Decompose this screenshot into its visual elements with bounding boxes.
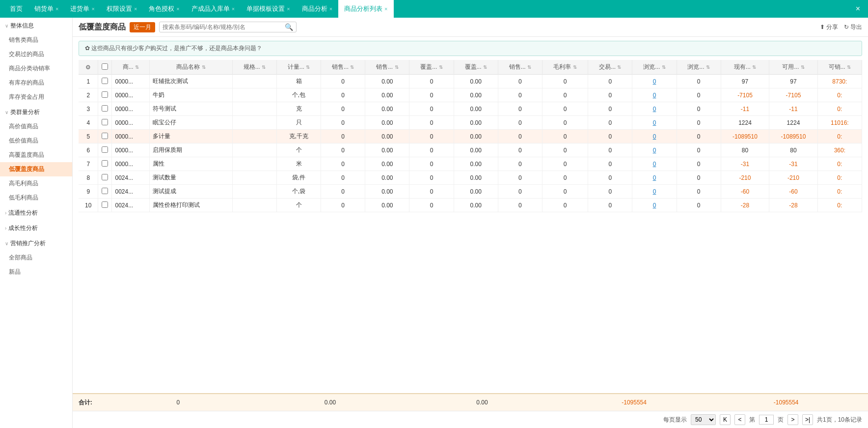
nav-permission-settings-close[interactable]: × — [134, 6, 137, 12]
row-checkbox[interactable] — [102, 188, 108, 194]
export-button[interactable]: ↻ 导出 — [844, 23, 862, 31]
col-trade[interactable]: 交易... ⇅ — [588, 60, 632, 75]
row-browse1[interactable]: 0 — [632, 143, 677, 157]
sidebar-section-marketing-analysis[interactable]: ∨ 营销推广分析 — [0, 235, 72, 251]
row-browse1[interactable]: 0 — [632, 157, 677, 171]
nav-home[interactable]: 首页 — [4, 0, 28, 18]
nav-product-analysis-close[interactable]: × — [329, 6, 332, 12]
col-coverage1[interactable]: 覆盖... ⇅ — [409, 60, 454, 75]
row-gross: 0 — [542, 102, 588, 116]
nav-template-settings[interactable]: 单据模板设置 × — [241, 0, 296, 18]
row-checkbox[interactable] — [102, 91, 108, 98]
sidebar-section-overall[interactable]: ∨ 整体信息 — [0, 18, 72, 33]
col-settings[interactable]: ⚙ — [79, 60, 98, 75]
row-browse1[interactable]: 0 — [632, 75, 677, 88]
nav-product-analysis-list-close[interactable]: × — [384, 6, 387, 12]
sidebar-item-high-value[interactable]: 高价值商品 — [0, 119, 72, 134]
row-browse1[interactable]: 0 — [632, 199, 677, 212]
sidebar-section-group-analysis[interactable]: ∨ 类群量分析 — [0, 104, 72, 119]
first-page-button[interactable]: K — [720, 414, 731, 425]
row-sales-count: 0 — [321, 171, 365, 185]
sidebar-item-stock-funds[interactable]: 库存资金占用 — [0, 90, 72, 104]
row-name: 测试提成 — [150, 185, 232, 199]
search-input[interactable] — [163, 24, 285, 30]
row-browse2: 0 — [677, 102, 721, 116]
nav-sales-order-close[interactable]: × — [55, 6, 58, 12]
sidebar-item-low-coverage[interactable]: 低覆盖度商品 — [0, 162, 72, 176]
nav-product-analysis[interactable]: 商品分析 × — [296, 0, 338, 18]
row-checkbox[interactable] — [102, 160, 108, 167]
table-container[interactable]: ⚙ 商... ⇅ 商品名称 ⇅ 规格... ⇅ 计量... ⇅ 销售... ⇅ … — [73, 60, 868, 393]
col-code[interactable]: 商... ⇅ — [112, 60, 150, 75]
row-num: 1 — [79, 75, 98, 88]
row-unit: 袋,件 — [276, 171, 321, 185]
sidebar-item-new-goods[interactable]: 新品 — [0, 265, 72, 279]
current-page-input[interactable] — [759, 415, 774, 425]
col-gross-rate[interactable]: 毛利率 ⇅ — [542, 60, 588, 75]
sidebar-item-low-margin[interactable]: 低毛利商品 — [0, 191, 72, 205]
row-checkbox[interactable] — [102, 119, 108, 125]
col-checkbox[interactable] — [98, 60, 112, 75]
row-current: 97 — [721, 75, 769, 88]
col-unit[interactable]: 计量... ⇅ — [276, 60, 321, 75]
next-page-button[interactable]: > — [787, 414, 798, 425]
nav-role-auth[interactable]: 角色授权 × — [143, 0, 185, 18]
col-browse1[interactable]: 浏览... ⇅ — [632, 60, 677, 75]
sidebar-item-all-goods[interactable]: 全部商品 — [0, 251, 72, 265]
per-page-select[interactable]: 10 20 50 100 — [691, 414, 716, 425]
row-browse1[interactable]: 0 — [632, 102, 677, 116]
sidebar-item-low-value[interactable]: 低价值商品 — [0, 134, 72, 148]
prev-page-button[interactable]: < — [734, 414, 745, 425]
sidebar-item-high-margin[interactable]: 高毛利商品 — [0, 176, 72, 191]
search-icon[interactable]: 🔍 — [285, 23, 293, 31]
sidebar-item-traded-goods[interactable]: 交易过的商品 — [0, 47, 72, 61]
select-all-checkbox[interactable] — [102, 63, 108, 70]
nav-purchase-order-close[interactable]: × — [91, 6, 94, 12]
nav-role-auth-close[interactable]: × — [176, 6, 179, 12]
share-button[interactable]: ⬆ 分享 — [820, 23, 838, 31]
nav-sales-order[interactable]: 销货单 × — [28, 0, 64, 18]
row-browse1[interactable]: 0 — [632, 88, 677, 102]
nav-purchase-order[interactable]: 进货单 × — [64, 0, 100, 18]
row-num: 10 — [79, 199, 98, 212]
col-sales-count[interactable]: 销售... ⇅ — [321, 60, 365, 75]
sidebar-item-sales-goods[interactable]: 销售类商品 — [0, 33, 72, 47]
row-checkbox[interactable] — [102, 105, 108, 112]
row-checkbox[interactable] — [102, 133, 108, 139]
col-coverage2[interactable]: 覆盖... ⇅ — [454, 60, 498, 75]
row-browse1[interactable]: 0 — [632, 171, 677, 185]
col-browse2[interactable]: 浏览... ⇅ — [677, 60, 721, 75]
col-sales3[interactable]: 销售... ⇅ — [498, 60, 542, 75]
row-saleable: 0: — [817, 157, 862, 171]
date-filter-button[interactable]: 近一月 — [130, 22, 155, 32]
row-trade: 0 — [588, 185, 632, 199]
row-browse1[interactable]: 0 — [632, 185, 677, 199]
nav-product-entry-close[interactable]: × — [232, 6, 235, 12]
row-unit: 克,千克 — [276, 130, 321, 143]
row-checkbox[interactable] — [102, 146, 108, 153]
sidebar-section-flow-analysis[interactable]: › 流通性分析 — [0, 205, 72, 220]
nav-product-entry[interactable]: 产成品入库单 × — [186, 0, 241, 18]
nav-product-analysis-list[interactable]: 商品分析列表 × — [338, 0, 393, 18]
close-all-btn[interactable]: × — [852, 4, 864, 13]
sidebar-item-high-coverage[interactable]: 高覆盖度商品 — [0, 148, 72, 162]
nav-template-settings-close[interactable]: × — [287, 6, 290, 12]
sidebar-section-growth-analysis[interactable]: › 成长性分析 — [0, 220, 72, 235]
sidebar-item-stock-goods[interactable]: 有库存的商品 — [0, 76, 72, 90]
sidebar-item-category-rate[interactable]: 商品分类动销率 — [0, 61, 72, 76]
nav-permission-settings[interactable]: 权限设置 × — [101, 0, 143, 18]
row-checkbox[interactable] — [102, 78, 108, 84]
col-current[interactable]: 现有... ⇅ — [721, 60, 769, 75]
col-available[interactable]: 可用... ⇅ — [769, 60, 817, 75]
last-page-button[interactable]: >| — [802, 414, 813, 425]
row-trade: 0 — [588, 157, 632, 171]
row-trade: 0 — [588, 143, 632, 157]
col-sales-amount[interactable]: 销售... ⇅ — [365, 60, 409, 75]
row-browse1[interactable]: 0 — [632, 130, 677, 143]
col-saleable[interactable]: 可销... ⇅ — [817, 60, 862, 75]
col-name[interactable]: 商品名称 ⇅ — [150, 60, 232, 75]
row-checkbox[interactable] — [102, 174, 108, 180]
row-browse1[interactable]: 0 — [632, 116, 677, 130]
col-spec[interactable]: 规格... ⇅ — [232, 60, 276, 75]
row-checkbox[interactable] — [102, 201, 108, 208]
